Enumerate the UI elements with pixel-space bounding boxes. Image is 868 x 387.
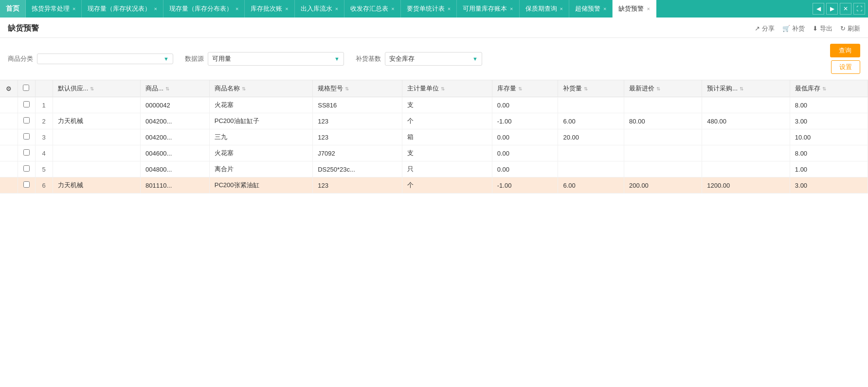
tab-prev-button[interactable]: ◀	[813, 3, 824, 15]
table-row: 1 0000042 火花塞 SS816 支 0.00 8.00	[0, 97, 868, 113]
row-spec: 123	[313, 113, 402, 129]
row-checkbox[interactable]	[23, 149, 30, 156]
replenish-base-chevron-icon: ▼	[472, 56, 478, 62]
row-checkbox-cell	[18, 177, 35, 194]
row-supplier: 力天机械	[53, 177, 141, 194]
category-filter-group: 商品分类 ▼	[8, 53, 173, 64]
table-row: 3 004200... 三九 123 箱 0.00 20.00 10.00	[0, 129, 868, 145]
th-product-code-label: 商品...	[145, 84, 163, 93]
th-gear[interactable]: ⚙	[0, 80, 18, 97]
tab-inventory-dist[interactable]: 现存量（库存分布表） ×	[163, 0, 245, 18]
tab-available-ledger[interactable]: 可用量库存账本 ×	[457, 0, 519, 18]
replenish-base-select[interactable]: 安全库存 ▼	[385, 52, 482, 66]
tab-close-expiry-query[interactable]: ×	[560, 6, 563, 12]
row-checkbox[interactable]	[23, 117, 30, 123]
row-checkbox[interactable]	[23, 133, 30, 140]
tab-close-overstock[interactable]: ×	[603, 6, 606, 12]
tab-nav-buttons: ◀ ▶ ✕ ⛶	[812, 3, 868, 15]
row-spec: SS816	[313, 97, 402, 113]
datasource-chevron-icon: ▼	[334, 56, 340, 62]
tab-close-inout-flow[interactable]: ×	[335, 6, 338, 12]
select-all-checkbox[interactable]	[23, 85, 29, 91]
th-product-name[interactable]: 商品名称 ⇅	[209, 80, 312, 97]
tab-close-shortage[interactable]: ×	[647, 6, 650, 12]
th-supplier[interactable]: 默认供应... ⇅	[53, 80, 141, 97]
row-unit: 支	[402, 97, 492, 113]
sort-stock-icon: ⇅	[518, 86, 522, 91]
row-min-stock: 8.00	[790, 97, 868, 113]
replenish-base-select-value: 安全库存	[389, 54, 415, 63]
tab-order-stats[interactable]: 要货单统计表 ×	[401, 0, 457, 18]
replenish-button[interactable]: 🛒 补货	[782, 24, 805, 33]
category-select[interactable]: ▼	[37, 53, 173, 64]
row-unit: 只	[402, 161, 492, 177]
query-button[interactable]: 查询	[830, 44, 860, 57]
row-product-code: 004600...	[141, 145, 210, 161]
replenish-base-filter-group: 补货基数 安全库存 ▼	[356, 52, 482, 66]
data-table-container: ⚙ 默认供应... ⇅ 商品...	[0, 80, 868, 194]
row-latest-price	[624, 97, 702, 113]
sort-product-code-icon: ⇅	[165, 86, 169, 91]
row-checkbox[interactable]	[23, 181, 30, 188]
th-replenish[interactable]: 补货量 ⇅	[558, 80, 624, 97]
th-spec[interactable]: 规格型号 ⇅	[313, 80, 402, 97]
tab-close-abnormal[interactable]: ×	[72, 6, 75, 12]
tab-expiry-query[interactable]: 保质期查询 ×	[520, 0, 569, 18]
th-unit[interactable]: 主计量单位 ⇅	[402, 80, 492, 97]
page-header: 缺货预警 ↗ 分享 🛒 补货 ⬇ 导出 ↻ 刷新	[0, 18, 868, 38]
row-checkbox[interactable]	[23, 165, 30, 172]
row-replenish: 6.00	[558, 113, 624, 129]
tab-shortage[interactable]: 缺货预警 ×	[613, 0, 656, 18]
tab-home[interactable]: 首页	[0, 0, 26, 18]
tab-close-receipt-summary[interactable]: ×	[391, 6, 394, 12]
tab-fullscreen-button[interactable]: ⛶	[853, 3, 865, 15]
category-label: 商品分类	[8, 54, 33, 63]
row-gear-cell	[0, 145, 18, 161]
row-spec: J7092	[313, 145, 402, 161]
th-stock[interactable]: 库存量 ⇅	[492, 80, 558, 97]
th-latest-price[interactable]: 最新进价 ⇅	[624, 80, 702, 97]
tab-abnormal[interactable]: 拣货异常处理 ×	[26, 0, 82, 18]
export-button[interactable]: ⬇ 导出	[813, 24, 832, 33]
row-min-stock: 3.00	[790, 177, 868, 194]
settings-button[interactable]: 设置	[831, 60, 860, 74]
tab-inout-flow[interactable]: 出入库流水 ×	[295, 0, 344, 18]
row-unit: 个	[402, 177, 492, 194]
sort-product-name-icon: ⇅	[242, 86, 246, 91]
tab-next-button[interactable]: ▶	[826, 3, 838, 15]
header-actions: ↗ 分享 🛒 补货 ⬇ 导出 ↻ 刷新	[755, 24, 860, 33]
row-supplier	[53, 161, 141, 177]
tab-close-all-button[interactable]: ✕	[840, 3, 851, 15]
replenish-icon: 🛒	[782, 25, 790, 32]
tab-receipt-summary[interactable]: 收发存汇总表 ×	[344, 0, 400, 18]
row-latest-price	[624, 129, 702, 145]
row-gear-cell	[0, 177, 18, 194]
row-product-code: 801110...	[141, 177, 210, 194]
row-gear-cell	[0, 129, 18, 145]
tab-batch-account[interactable]: 库存批次账 ×	[245, 0, 294, 18]
th-est-purchase[interactable]: 预计采购... ⇅	[702, 80, 790, 97]
th-product-code[interactable]: 商品... ⇅	[141, 80, 210, 97]
row-product-name: PC200张紧油缸	[209, 177, 312, 194]
row-replenish	[558, 97, 624, 113]
datasource-label: 数据源	[185, 54, 204, 63]
row-replenish: 20.00	[558, 129, 624, 145]
row-stock: 0.00	[492, 161, 558, 177]
row-stock: 0.00	[492, 145, 558, 161]
th-min-stock[interactable]: 最低库存 ⇅	[790, 80, 868, 97]
tab-close-order-stats[interactable]: ×	[448, 6, 451, 12]
refresh-button[interactable]: ↻ 刷新	[840, 24, 860, 33]
row-supplier: 力天机械	[53, 113, 141, 129]
tab-close-available-ledger[interactable]: ×	[510, 6, 513, 12]
page-title: 缺货预警	[8, 23, 39, 34]
tab-close-inventory-dist[interactable]: ×	[235, 6, 238, 12]
th-stock-label: 库存量	[497, 84, 516, 93]
row-checkbox[interactable]	[23, 101, 30, 107]
row-replenish: 6.00	[558, 177, 624, 194]
tab-overstock[interactable]: 超储预警 ×	[569, 0, 613, 18]
tab-close-batch-account[interactable]: ×	[285, 6, 288, 12]
datasource-select[interactable]: 可用量 ▼	[208, 52, 344, 66]
tab-close-inventory-status[interactable]: ×	[154, 6, 157, 12]
tab-inventory-status[interactable]: 现存量（库存状况表） ×	[82, 0, 163, 18]
share-button[interactable]: ↗ 分享	[755, 24, 775, 33]
